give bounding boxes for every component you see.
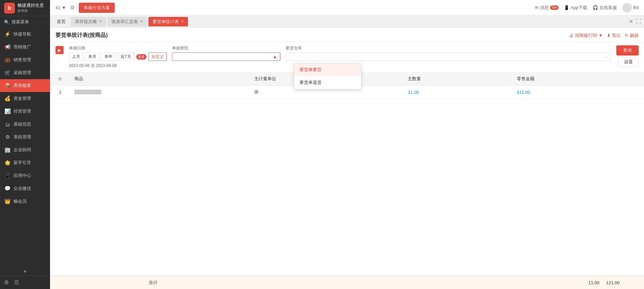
sidebar-item-label: 销售管理 xyxy=(14,57,31,63)
refresh-icon: ↻ xyxy=(625,33,628,38)
sidebar-item-wechat[interactable]: 💬 企业微信 xyxy=(0,182,50,195)
finance-icon: 💰 xyxy=(4,95,11,102)
sidebar-item-basic[interactable]: 🗂 基础信息 xyxy=(0,118,50,131)
trial-button[interactable]: 体验行业方案 xyxy=(79,3,115,13)
marketing-icon: 📢 xyxy=(4,44,11,50)
user-name: Rit xyxy=(633,5,639,10)
guide-icon: 🌟 xyxy=(4,160,11,166)
message-icon: ✉ xyxy=(535,5,539,10)
date-more-badge[interactable]: 更多 xyxy=(136,54,146,60)
sidebar-item-label: 库存核算 xyxy=(14,83,31,89)
sidebar-item-label: 营销推广 xyxy=(14,44,31,50)
table-container: ⚙ 商品 主计量单位 主数量 零售金额 xyxy=(50,72,644,275)
sidebar-item-sales[interactable]: 💼 销售管理 xyxy=(0,53,50,66)
service-icon: 🎧 xyxy=(593,5,598,10)
dropdown-item-label: 要货单退货 xyxy=(300,80,321,85)
warehouse-filter-input[interactable]: ··· xyxy=(286,52,611,61)
sidebar-logo: b 畅捷通好生意 标准版 xyxy=(0,0,50,16)
sidebar-item-label: 经营管理 xyxy=(14,108,31,114)
page-actions: 🖨 按模板打印 ▼ ⬇ 导出 ↻ 刷新 xyxy=(569,32,639,39)
sidebar-item-appstore[interactable]: 📱 应用中心 xyxy=(0,169,50,182)
sidebar-item-label: 资金管理 xyxy=(14,95,31,102)
menu-bottom-icon[interactable]: ☰ xyxy=(14,279,19,286)
warehouse-filter-group: 要货仓库 ··· xyxy=(286,45,611,61)
message-label: 消息 xyxy=(540,5,549,11)
print-action[interactable]: 🖨 按模板打印 ▼ xyxy=(569,32,603,39)
tab-summary-label: 收发存汇总表 xyxy=(112,19,138,25)
store-name: 41 xyxy=(55,5,60,10)
expand-filter-button[interactable]: ▶ xyxy=(55,46,64,54)
date-btn-thisyear[interactable]: 本年 xyxy=(101,52,116,61)
query-button[interactable]: 查询 xyxy=(616,45,639,55)
footer-label: 合计 xyxy=(54,280,158,286)
dropdown-item-return[interactable]: 要货单退货 xyxy=(294,76,361,89)
tab-summary[interactable]: 收发存汇总表 ✕ xyxy=(108,17,147,26)
sidebar-item-system[interactable]: ⚙ 系统管理 xyxy=(0,131,50,143)
search-label: 搜索菜单 xyxy=(11,19,29,25)
tab-requisition-close[interactable]: ✕ xyxy=(181,19,184,24)
sidebar-scroll-down[interactable]: ▼ xyxy=(0,268,50,275)
sidebar-item-guide[interactable]: 🌟 新手引导 xyxy=(0,156,50,169)
footer-amount: 121.00 xyxy=(606,280,640,285)
sidebar-item-member[interactable]: 👑 畅会员 xyxy=(0,195,50,208)
warehouse-more-icon: ··· xyxy=(604,54,608,59)
tab-batch-label: 库存批次账 xyxy=(75,19,97,25)
sidebar-item-purchase[interactable]: 🛒 采购管理 xyxy=(0,66,50,79)
amount-link[interactable]: 121.00 xyxy=(517,90,530,95)
app-download-item[interactable]: 📱 App下载 xyxy=(564,5,587,11)
tab-batch-close[interactable]: ✕ xyxy=(99,19,102,24)
filter-actions: 查询 设置 xyxy=(616,45,639,67)
sidebar-search[interactable]: 🔍 搜索菜单 xyxy=(0,16,50,28)
tab-close-all-icon[interactable]: ✕ xyxy=(629,18,633,25)
sidebar-item-label: 新手引导 xyxy=(14,160,31,166)
search-icon: 🔍 xyxy=(4,20,9,25)
sidebar-item-operations[interactable]: 📊 经营管理 xyxy=(0,105,50,118)
tab-expand-icon[interactable]: ⛶ xyxy=(636,19,641,25)
sidebar-item-label: 采购管理 xyxy=(14,70,31,76)
qty-link[interactable]: 11.00 xyxy=(408,90,419,95)
sidebar-item-inventory[interactable]: 📦 库存核算 xyxy=(0,79,50,92)
date-btn-lastmonth[interactable]: 上月 xyxy=(69,52,83,61)
date-btn-custom[interactable]: 自定义 xyxy=(148,52,167,61)
member-icon: 👑 xyxy=(4,198,11,204)
main-content: 41 ▼ ⚙ 体验行业方案 ✉ 消息 99+ 📱 App下载 🎧 在线客服 R xyxy=(50,0,644,289)
sidebar-item-label: 企业协同 xyxy=(14,147,31,153)
user-item[interactable]: Rit xyxy=(622,3,639,13)
date-filter-row: 上月 本月 本年 近7天 更多 自定义 xyxy=(69,52,167,61)
header-settings-icon[interactable]: ⚙ xyxy=(70,4,75,11)
col-product: 商品 xyxy=(70,72,250,86)
tab-batch[interactable]: 库存批次账 ✕ xyxy=(71,17,106,26)
tab-home[interactable]: 首页 xyxy=(53,17,70,26)
export-action[interactable]: ⬇ 导出 xyxy=(607,32,621,39)
app-icon: 📱 xyxy=(564,5,569,10)
dropdown-item-requisition[interactable]: 要货单要货 xyxy=(294,63,361,76)
tabs-bar: 首页 库存批次账 ✕ 收发存汇总表 ✕ 要货单统计表 ✕ ✕ ⛶ xyxy=(50,16,644,28)
sidebar-item-enterprise[interactable]: 🏢 企业协同 xyxy=(0,143,50,156)
sidebar-item-finance[interactable]: 💰 资金管理 xyxy=(0,92,50,105)
tab-summary-close[interactable]: ✕ xyxy=(140,19,143,24)
date-btn-7days[interactable]: 近7天 xyxy=(118,52,134,61)
dropdown-item-label: 要货单要货 xyxy=(300,67,321,72)
message-badge: 99+ xyxy=(550,5,558,10)
store-selector[interactable]: 41 ▼ xyxy=(55,5,66,10)
settings-bottom-icon[interactable]: ⚙ xyxy=(4,279,9,286)
sidebar-item-marketing[interactable]: 📢 营销推广 xyxy=(0,41,50,53)
date-btn-thismonth[interactable]: 本月 xyxy=(85,52,99,61)
refresh-action[interactable]: ↻ 刷新 xyxy=(625,32,639,39)
col-settings[interactable]: ⚙ xyxy=(50,72,70,86)
message-item[interactable]: ✉ 消息 99+ xyxy=(535,5,558,11)
wechat-icon: 💬 xyxy=(4,185,11,192)
sidebar-item-shortcut[interactable]: ⚡ 快捷导航 xyxy=(0,28,50,41)
cell-product xyxy=(70,86,250,99)
sidebar-bottom: ⚙ ☰ xyxy=(0,275,50,289)
date-range-text: 2023-05-06 至 2023-06-06 xyxy=(69,63,167,69)
appstore-icon: 📱 xyxy=(4,173,11,179)
tab-requisition[interactable]: 要货单统计表 ✕ xyxy=(148,17,188,26)
settings-button[interactable]: 设置 xyxy=(618,57,639,67)
cell-seq: 1 xyxy=(50,86,70,99)
sidebar-item-label: 应用中心 xyxy=(14,173,31,179)
type-filter-input[interactable]: ▲ xyxy=(172,52,280,61)
user-avatar xyxy=(622,3,632,13)
service-item[interactable]: 🎧 在线客服 xyxy=(593,5,617,11)
export-icon: ⬇ xyxy=(607,33,611,38)
